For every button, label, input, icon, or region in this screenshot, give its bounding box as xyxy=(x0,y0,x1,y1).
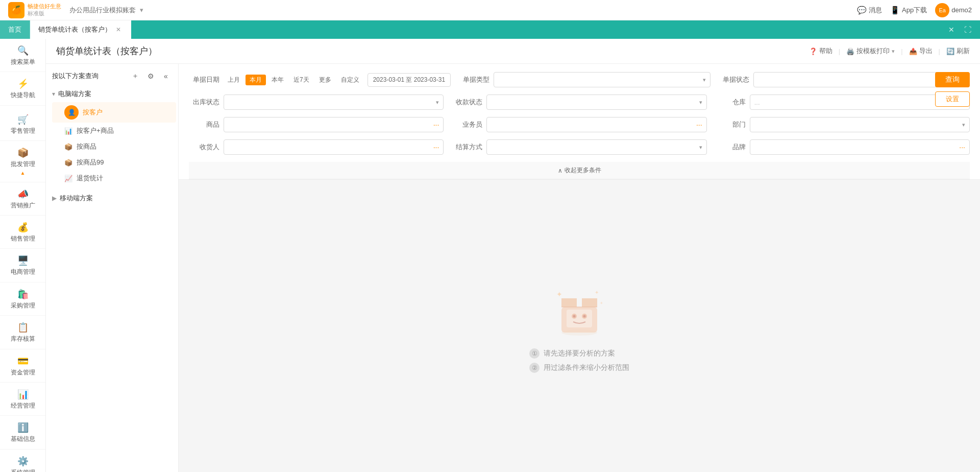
date-tab-last-7[interactable]: 近7天 xyxy=(289,75,313,85)
user-menu[interactable]: Ea demo2 xyxy=(935,3,972,17)
brand-select[interactable]: ··· xyxy=(750,139,970,155)
top-bar: 🍊 畅捷信好生意 标准版 办公用品行业模拟账套 ▾ 💬 消息 📱 App下载 E… xyxy=(0,0,980,20)
marketing-icon: 📣 xyxy=(17,188,29,200)
tab-close-button[interactable]: ✕ xyxy=(114,26,122,34)
sidebar-item-inventory[interactable]: 📋 库存核算 xyxy=(0,316,45,349)
out-status-filter: 出库状态 ▾ xyxy=(189,95,444,110)
window-title: 办公用品行业模拟账套 xyxy=(69,6,136,15)
schema-panel: 按以下方案查询 ＋ ⚙ « ▾ 电脑端方案 xyxy=(46,64,179,472)
date-tab-more[interactable]: 更多 xyxy=(315,75,335,85)
refresh-icon: 🔄 xyxy=(946,48,954,55)
sidebar-item-wholesale[interactable]: 📦 批发管理 ▲ xyxy=(0,141,45,182)
settlement-dropdown-icon: ▾ xyxy=(699,144,702,151)
schema-item-return-stats[interactable]: 📈 退货统计 xyxy=(52,171,176,186)
date-tab-custom[interactable]: 自定义 xyxy=(337,75,363,85)
date-range-input[interactable]: 2023-03-01 至 2023-03-31 xyxy=(368,73,451,87)
sidebar-item-purchase[interactable]: 🛍️ 采购管理 xyxy=(0,282,45,316)
app-download-button[interactable]: 📱 App下载 xyxy=(890,6,927,15)
department-filter: 部门 ▾ xyxy=(715,117,970,132)
receiver-select[interactable]: ··· xyxy=(224,139,444,155)
tab-home[interactable]: 首页 xyxy=(0,20,30,39)
brand-more-icon: ··· xyxy=(959,143,965,151)
sidebar-item-marketing[interactable]: 📣 营销推广 xyxy=(0,182,45,216)
schema-group-desktop-header[interactable]: ▾ 电脑端方案 xyxy=(46,86,178,102)
payment-status-select[interactable]: ▾ xyxy=(486,95,706,110)
empty-hint-2: ② 用过滤条件来缩小分析范围 xyxy=(529,363,629,373)
system-icon: ⚙️ xyxy=(17,456,29,467)
wholesale-icon: 📦 xyxy=(17,147,29,158)
product-select[interactable]: ··· xyxy=(224,117,444,132)
salesperson-more-icon: ··· xyxy=(696,121,702,129)
dropdown-icon[interactable]: ▾ xyxy=(140,6,143,14)
settlement-select[interactable]: ▾ xyxy=(486,139,706,155)
schema-panel-actions: ＋ ⚙ « xyxy=(129,70,172,82)
sidebar-item-ecommerce[interactable]: 🖥️ 电商管理 xyxy=(0,249,45,282)
tab-fullscreen-button[interactable]: ⛶ xyxy=(962,23,974,36)
left-sidebar: 🔍 搜索菜单 ⚡ 快捷导航 🛒 零售管理 📦 批发管理 ▲ 📣 营销推广 💰 销… xyxy=(0,39,46,472)
add-schema-button[interactable]: ＋ xyxy=(129,70,141,82)
settings-schema-button[interactable]: ⚙ xyxy=(144,70,157,82)
sidebar-item-system[interactable]: ⚙️ 系统管理 xyxy=(0,450,45,472)
query-button[interactable]: 查询 xyxy=(935,72,970,87)
sidebar-item-quick-nav[interactable]: ⚡ 快捷导航 xyxy=(0,72,45,105)
filter-action-buttons: 查询 设置 xyxy=(935,72,970,107)
svg-text:✦: ✦ xyxy=(556,290,562,298)
export-button[interactable]: 📤 导出 xyxy=(909,46,933,56)
date-tabs: 上月 本月 本年 近7天 更多 自定义 xyxy=(224,75,363,85)
department-select[interactable]: ▾ xyxy=(750,117,970,132)
product-more-icon: ··· xyxy=(433,121,439,129)
divider-1: | xyxy=(839,48,840,55)
collapse-up-icon: ∧ xyxy=(558,167,562,174)
warehouse-filter: 仓库 ... xyxy=(715,95,970,110)
sidebar-item-search[interactable]: 🔍 搜索菜单 xyxy=(0,39,45,72)
logo-area[interactable]: 🍊 畅捷信好生意 标准版 xyxy=(8,2,61,18)
customer-product-icon: 📊 xyxy=(64,127,72,135)
expand-icon: ▾ xyxy=(52,90,55,98)
print-button[interactable]: 🖨️ 按模板打印 ▾ xyxy=(846,46,895,56)
order-type-select[interactable]: ▾ xyxy=(494,72,710,87)
sidebar-item-business[interactable]: 📊 经营管理 xyxy=(0,383,45,416)
sidebar-item-sales[interactable]: 💰 销售管理 xyxy=(0,216,45,249)
receiver-label: 收货人 xyxy=(189,143,219,152)
product-icon: 📦 xyxy=(64,143,72,151)
home-tab-label: 首页 xyxy=(8,25,21,34)
collapse-schema-button[interactable]: « xyxy=(160,70,172,82)
sidebar-item-finance[interactable]: 💳 资金管理 xyxy=(0,349,45,383)
schema-item-by-product-99[interactable]: 📦 按商品99 xyxy=(52,155,176,170)
schema-item-by-product[interactable]: 📦 按商品 xyxy=(52,139,176,154)
schema-item-by-customer-product[interactable]: 📊 按客户+商品 xyxy=(52,123,176,138)
print-dropdown-icon[interactable]: ▾ xyxy=(892,48,895,55)
date-tab-this-month[interactable]: 本月 xyxy=(246,75,266,85)
customer-icon: 👤 xyxy=(68,109,76,116)
schema-group-mobile-header[interactable]: ▶ 移动端方案 xyxy=(46,191,178,206)
svg-point-6 xyxy=(573,315,576,318)
top-bar-left: 🍊 畅捷信好生意 标准版 办公用品行业模拟账套 ▾ xyxy=(8,2,143,18)
svg-point-7 xyxy=(583,315,586,318)
date-tab-this-year[interactable]: 本年 xyxy=(267,75,288,85)
product-99-icon: 📦 xyxy=(64,159,72,167)
help-button[interactable]: ❓ 帮助 xyxy=(809,46,832,56)
product-filter: 商品 ··· xyxy=(189,117,444,132)
schema-item-by-customer[interactable]: 👤 按客户 xyxy=(52,102,176,123)
top-bar-right: 💬 消息 📱 App下载 Ea demo2 xyxy=(857,3,972,17)
inventory-icon: 📋 xyxy=(17,322,29,333)
tab-sales-stats[interactable]: 销货单统计表（按客户） ✕ xyxy=(30,20,131,39)
refresh-button[interactable]: 🔄 刷新 xyxy=(946,46,970,56)
empty-hint-1: ① 请先选择要分析的方案 xyxy=(529,348,629,359)
salesperson-select[interactable]: ··· xyxy=(486,117,706,132)
date-tab-last-month[interactable]: 上月 xyxy=(224,75,244,85)
tab-close-all-button[interactable]: ✕ xyxy=(945,23,958,36)
out-status-select[interactable]: ▾ xyxy=(224,95,444,110)
collapse-bar[interactable]: ∧ 收起更多条件 xyxy=(189,162,970,179)
order-type-filter: 单据类型 ▾ xyxy=(459,72,710,87)
message-button[interactable]: 💬 消息 xyxy=(857,6,882,15)
sidebar-item-basic-info[interactable]: ℹ️ 基础信息 xyxy=(0,416,45,449)
active-dot: 👤 xyxy=(64,105,79,120)
export-icon: 📤 xyxy=(909,48,917,55)
sidebar-item-retail[interactable]: 🛒 零售管理 xyxy=(0,108,45,141)
purchase-icon: 🛍️ xyxy=(17,289,29,300)
empty-hints: ① 请先选择要分析的方案 ② 用过滤条件来缩小分析范围 xyxy=(529,348,629,373)
filter-settings-button[interactable]: 设置 xyxy=(935,91,970,107)
tab-bar: 首页 销货单统计表（按客户） ✕ ✕ ⛶ xyxy=(0,20,980,39)
sales-icon: 💰 xyxy=(17,222,29,233)
